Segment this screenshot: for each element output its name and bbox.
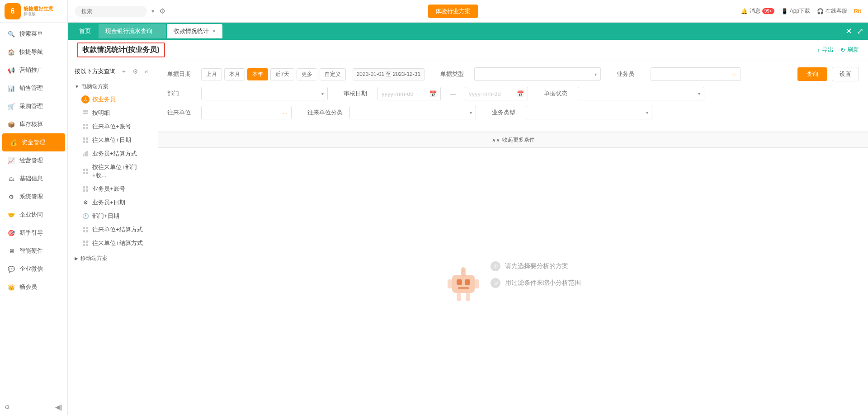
tree-item-counterparty-settle1[interactable]: 往来单位+结算方式 — [68, 223, 158, 236]
review-date-end-input[interactable]: yyyy-mm-dd 📅 — [465, 87, 528, 100]
filter-row-dept: 部门 ▾ 审核日期 yyyy-mm-dd 📅 — yyyy-mm-dd 📅 — [167, 87, 859, 100]
user-avatar[interactable]: Rit — [854, 8, 861, 14]
tab-collection-stats[interactable]: 收款情况统计 × — [167, 24, 222, 38]
online-service-area[interactable]: 🎧 在线客服 — [817, 7, 847, 15]
svg-rect-36 — [448, 279, 452, 288]
tree-item-salesperson-date[interactable]: ⚙ 业务员+日期 — [68, 196, 158, 209]
date-btn-7days[interactable]: 近7天 — [270, 68, 294, 80]
home-tab-label: 首页 — [79, 27, 91, 35]
svg-rect-22 — [83, 227, 85, 229]
date-btn-more[interactable]: 更多 — [297, 68, 317, 80]
tree-group-desktop-title[interactable]: ▼ 电脑端方案 — [68, 80, 158, 93]
headset-icon: 🎧 — [817, 8, 824, 14]
download-icon: 📱 — [781, 8, 788, 14]
tree-item-dept-date[interactable]: 🕐 部门+日期 — [68, 209, 158, 223]
chart-icon — [81, 150, 90, 158]
member-icon: 👑 — [7, 283, 16, 292]
sidebar-item-quick-nav[interactable]: 🏠 快捷导航 — [0, 43, 67, 61]
date-btn-custom[interactable]: 自定义 — [320, 68, 346, 80]
tree-item-salesperson-account[interactable]: 业务员+账号 — [68, 182, 158, 196]
calendar-start-icon[interactable]: 📅 — [429, 90, 437, 97]
sidebar-item-inventory[interactable]: 📦 库存核算 — [0, 115, 67, 133]
sidebar-item-purchase[interactable]: 🛒 采购管理 — [0, 97, 67, 115]
export-button[interactable]: ↑ 导出 — [817, 46, 834, 54]
sidebar-item-base-info[interactable]: 🗂 基础信息 — [0, 170, 67, 188]
doc-status-select[interactable]: ▾ — [578, 87, 704, 100]
sidebar-item-enterprise[interactable]: 🤝 企业协同 — [0, 206, 67, 224]
tree-item-by-salesperson[interactable]: 人 按业务员 — [68, 93, 158, 106]
doc-status-label: 单据状态 — [544, 90, 571, 98]
refresh-icon: ↻ — [840, 47, 845, 53]
date-btn-this-year[interactable]: 本年 — [247, 68, 268, 80]
salesperson-more-icon[interactable]: ··· — [732, 71, 737, 78]
search-input[interactable] — [75, 6, 147, 17]
dept-label: 部门 — [167, 90, 194, 98]
detail-icon — [81, 109, 90, 117]
sidebar-item-search[interactable]: 🔍 搜索菜单 — [0, 25, 67, 43]
counterparty-category-select[interactable]: ▾ — [349, 106, 476, 119]
app-download-area[interactable]: 📱 App下载 — [781, 7, 810, 15]
dropdown-icon[interactable]: ▾ — [151, 8, 155, 14]
svg-rect-21 — [86, 189, 88, 192]
query-button[interactable]: 查询 — [797, 67, 827, 81]
enterprise-icon: 🤝 — [7, 210, 16, 219]
review-date-start-input[interactable]: yyyy-mm-dd 📅 — [377, 87, 441, 100]
doc-type-select[interactable]: ▾ — [474, 67, 601, 81]
footer-settings-icon[interactable]: ⚙ — [5, 404, 10, 410]
svg-rect-30 — [452, 275, 475, 293]
counterparty-label: 往来单位 — [167, 108, 194, 117]
tab-bank-flow[interactable]: 现金银行流水查询 × — [99, 24, 166, 38]
sidebar-item-member[interactable]: 👑 畅会员 — [0, 278, 67, 296]
salesperson-icon: 人 — [81, 95, 90, 104]
bank-flow-tab-close[interactable]: × — [156, 28, 159, 34]
settings-icon[interactable]: ⚙ — [159, 7, 165, 15]
salesperson-label: 业务员 — [617, 70, 644, 78]
add-scheme-icon[interactable]: + — [119, 67, 128, 76]
calendar-end-icon[interactable]: 📅 — [517, 90, 524, 97]
counterparty-dots-icon[interactable]: ··· — [283, 109, 288, 116]
doc-type-label: 单据类型 — [440, 70, 467, 78]
refresh-button[interactable]: ↻ 刷新 — [840, 46, 859, 54]
settings-button[interactable]: 设置 — [832, 67, 859, 81]
tree-item-counterparty-settle2[interactable]: 往来单位+结算方式 — [68, 236, 158, 250]
svg-rect-8 — [86, 137, 88, 140]
logo-area: 6 畅捷通好生意 标准版 — [0, 0, 67, 23]
tree-collapse-icon: ▶ — [75, 256, 78, 261]
dept-select[interactable]: ▾ — [201, 87, 328, 100]
collection-stats-tab-close[interactable]: × — [212, 28, 216, 34]
salesperson-select[interactable]: ··· — [651, 67, 741, 81]
home-icon: 🏠 — [7, 47, 16, 57]
table1-icon — [81, 123, 90, 131]
tree-item-counterparty-account[interactable]: 往来单位+账号 — [68, 120, 158, 133]
svg-rect-23 — [86, 227, 88, 229]
scheme-settings-icon[interactable]: ⚙ — [131, 67, 140, 76]
sidebar-item-hardware[interactable]: 🖥 智能硬件 — [0, 242, 67, 260]
messages-area[interactable]: 🔔 消息 99+ — [741, 7, 774, 15]
svg-rect-16 — [83, 172, 85, 174]
collapse-bar[interactable]: ∧∧ 收起更多条件 — [158, 132, 868, 148]
collapse-panel-icon[interactable]: « — [142, 67, 151, 76]
sidebar-item-sales[interactable]: 📊 销售管理 — [0, 79, 67, 97]
tree-item-salesperson-settle[interactable]: 业务员+结算方式 — [68, 147, 158, 160]
tree-expand-icon: ▼ — [75, 84, 79, 89]
close-window-button[interactable]: ✕ — [845, 26, 852, 36]
maximize-button[interactable]: ⤢ — [857, 26, 863, 36]
date-btn-last-month[interactable]: 上月 — [201, 68, 222, 80]
sidebar-item-system[interactable]: ⚙ 系统管理 — [0, 188, 67, 206]
tree-item-counterparty-date[interactable]: 往来单位+日期 — [68, 133, 158, 147]
tree-item-by-counterparty-dept[interactable]: 按往来单位+部门+收... — [68, 160, 158, 182]
footer-collapse-icon[interactable]: ◀‖ — [55, 404, 63, 410]
counterparty-input[interactable]: ··· — [201, 106, 292, 119]
trial-button[interactable]: 体验行业方案 — [428, 5, 478, 18]
sidebar-item-operations[interactable]: 📈 经营管理 — [0, 151, 67, 170]
sidebar-item-finance[interactable]: 💰 资金管理 — [2, 133, 65, 151]
empty-robot-icon — [445, 261, 481, 302]
business-type-select[interactable]: ▾ — [526, 106, 652, 119]
date-btn-this-month[interactable]: 本月 — [224, 68, 245, 80]
sidebar-item-wechat[interactable]: 💬 企业微信 — [0, 260, 67, 278]
tree-item-by-detail[interactable]: 按明细 — [68, 106, 158, 120]
sidebar-item-guide[interactable]: 🎯 新手引导 — [0, 224, 67, 242]
tab-home[interactable]: 首页 — [72, 24, 98, 38]
tree-group-mobile-title[interactable]: ▶ 移动端方案 — [68, 252, 158, 264]
sidebar-item-marketing[interactable]: 📢 营销推广 — [0, 61, 67, 79]
